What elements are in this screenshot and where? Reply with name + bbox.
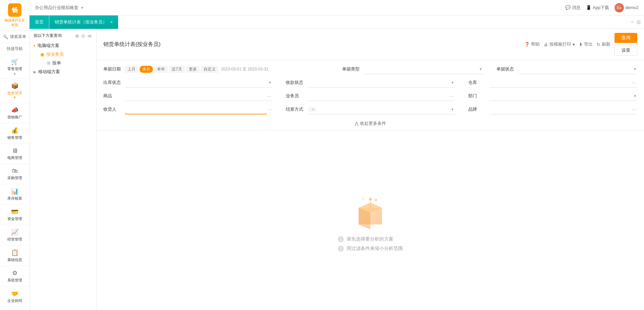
- refresh-btn[interactable]: ↻ 刷新: [597, 41, 610, 47]
- user-avatar-btn[interactable]: Ea demo2: [614, 3, 639, 12]
- payment-status-select[interactable]: ▾: [307, 78, 455, 88]
- sidebar-item-inventory[interactable]: 📊 库存核算: [0, 184, 29, 205]
- sidebar-item-retail[interactable]: 🛒 零售管理 ▲: [0, 55, 29, 79]
- marketing-icon: 📣: [11, 106, 18, 114]
- filter-warehouse: 仓库 ···: [468, 78, 637, 88]
- collapse-more-btn[interactable]: ⋀ 收起更多条件: [103, 118, 637, 129]
- wholesale-icon: 📦: [11, 82, 18, 90]
- filter-doc-status: 单据状态 ▾: [496, 64, 637, 74]
- salesperson-bullet-icon: ◉: [40, 52, 44, 57]
- settlement-tag-remove[interactable]: ×: [312, 107, 314, 111]
- brand-select[interactable]: ···: [490, 104, 637, 114]
- sidebar-item-ecommerce[interactable]: 🖥 电商管理: [0, 144, 29, 164]
- tab-home[interactable]: 首页: [30, 15, 49, 29]
- consignee-dots-icon[interactable]: ···: [268, 107, 272, 112]
- operations-icon: 📈: [11, 228, 18, 236]
- stock-status-select[interactable]: ▾: [125, 78, 272, 88]
- order-label: 按单: [52, 60, 61, 66]
- sidebar-item-finance[interactable]: 💳 资金管理: [0, 205, 29, 225]
- query-button[interactable]: 查询: [614, 33, 637, 43]
- salesperson-select[interactable]: ···: [307, 91, 455, 101]
- export-btn[interactable]: ⬇ 导出: [579, 41, 593, 47]
- help-btn[interactable]: ❓ 帮助: [524, 41, 540, 47]
- consignee-input[interactable]: [125, 104, 267, 114]
- search-icon: 🔍: [3, 35, 8, 39]
- settings-button[interactable]: 设置: [614, 45, 637, 56]
- sales-icon: 💰: [11, 127, 18, 134]
- retail-icon: 🛒: [11, 58, 18, 65]
- product-select[interactable]: ···: [125, 91, 272, 101]
- refresh-icon: ↻: [597, 42, 600, 47]
- warehouse-dots-icon[interactable]: ···: [632, 80, 636, 85]
- add-scheme-icon[interactable]: ⊕: [75, 33, 79, 39]
- tree-item-mobile[interactable]: ▶ 移动端方案: [30, 67, 96, 76]
- ecommerce-icon: 🖥: [12, 147, 18, 154]
- tree-sub-sub-item-by-order[interactable]: ⊞ 按单: [30, 59, 96, 67]
- maximize-icon[interactable]: ⊡: [637, 19, 641, 25]
- doc-status-dropdown-icon: ▾: [634, 67, 636, 71]
- print-dropdown-icon: ▾: [573, 42, 575, 47]
- top-bar-right: 💬 消息 📱 App下载 Ea demo2: [565, 3, 639, 12]
- date-chip-last-month[interactable]: 上月: [125, 66, 138, 73]
- date-chip-this-month[interactable]: 本月: [140, 66, 153, 73]
- date-chip-this-year[interactable]: 本年: [154, 66, 168, 73]
- svg-text:✦: ✦: [362, 197, 365, 201]
- order-icon: ⊞: [47, 61, 50, 65]
- salesperson-dots-icon[interactable]: ···: [449, 93, 453, 99]
- filter-row-1: 单据日期 上月 本月 本年 近7天 更多 自定义 2023-03-01 至 20…: [103, 64, 637, 74]
- print-icon: 🖨: [544, 42, 548, 47]
- filter-doc-type: 单据类型 ▾: [342, 64, 483, 74]
- wholesale-expand: ▼: [13, 96, 16, 99]
- breadcrumb-dropdown-icon[interactable]: ▾: [81, 5, 83, 10]
- mobile-label: 移动端方案: [38, 69, 60, 75]
- app-download-btn[interactable]: 📱 App下载: [586, 5, 609, 11]
- filter-consignee: 收货人 ···: [103, 104, 272, 114]
- help-icon: ❓: [524, 42, 530, 47]
- sidebar-item-marketing[interactable]: 📣 营销推广: [0, 103, 29, 123]
- search-menu[interactable]: 🔍 搜索菜单: [0, 31, 29, 43]
- svg-marker-6: [369, 197, 372, 200]
- sidebar-item-operations[interactable]: 📈 经营管理: [0, 225, 29, 246]
- salesperson-label: 按业务员: [46, 51, 64, 57]
- collapse-panel-icon[interactable]: ≪: [87, 33, 92, 39]
- retail-expand: ▲: [13, 71, 16, 75]
- sidebar-item-wholesale[interactable]: 📦 批发管理 ▼: [0, 79, 29, 103]
- query-settings-group: 查询 设置: [614, 33, 637, 56]
- tree-sub-item-by-salesperson[interactable]: ◉ 按业务员: [30, 50, 96, 59]
- svg-text:✦: ✦: [374, 197, 378, 203]
- date-chip-last7[interactable]: 近7天: [169, 66, 185, 73]
- tab-sales-report[interactable]: 销货单统计表（按业务员） ×: [49, 15, 118, 29]
- template-print-btn[interactable]: 🖨 按模板打印 ▾: [544, 41, 575, 47]
- tree-item-desktop[interactable]: ▾ 电脑端方案: [30, 41, 96, 50]
- shortcut-nav[interactable]: 快捷导航: [0, 43, 29, 55]
- sidebar-item-basic[interactable]: 📋 基础信息: [0, 246, 29, 266]
- settlement-dropdown-icon: ▾: [451, 107, 453, 112]
- sidebar-item-sales[interactable]: 💰 销售管理: [0, 123, 29, 144]
- tab-window-controls: − ⊡: [628, 19, 644, 25]
- message-btn[interactable]: 💬 消息: [565, 5, 581, 11]
- tab-close-icon[interactable]: ×: [110, 20, 113, 24]
- settings-scheme-icon[interactable]: ⊙: [81, 33, 85, 39]
- desktop-label: 电脑端方案: [38, 43, 59, 49]
- doc-type-select[interactable]: ▾: [364, 64, 483, 74]
- brand-dots-icon[interactable]: ···: [632, 107, 636, 112]
- date-chip-custom[interactable]: 自定义: [201, 66, 218, 73]
- settlement-select[interactable]: × ▾: [307, 104, 455, 114]
- finance-icon: 💳: [11, 208, 18, 215]
- minimize-icon[interactable]: −: [631, 19, 634, 25]
- page-title: 销货单统计表(按业务员): [103, 41, 161, 48]
- sidebar-item-system[interactable]: ⚙ 系统管理: [0, 266, 29, 287]
- content-area: 按以下方案查询 ⊕ ⊙ ≪ ▾ 电脑端方案 ◉ 按业务员 ⊞: [30, 29, 644, 310]
- sidebar-item-purchase[interactable]: 🛍 采购管理: [0, 164, 29, 184]
- date-chip-more[interactable]: 更多: [186, 66, 200, 73]
- product-dots-icon[interactable]: ···: [267, 93, 271, 99]
- sidebar-item-newbie[interactable]: 🎓 新手引导: [0, 307, 29, 310]
- doc-status-select[interactable]: ▾: [518, 64, 637, 74]
- sidebar: 畅 畅捷通好生意标版 🔍 搜索菜单 快捷导航 🛒 零售管理 ▲ 📦 批发管理 ▼…: [0, 0, 30, 310]
- warehouse-select[interactable]: ···: [490, 78, 637, 88]
- department-select[interactable]: ▾: [490, 91, 637, 101]
- stock-status-dropdown-icon: ▾: [269, 80, 271, 85]
- filter-date: 单据日期 上月 本月 本年 近7天 更多 自定义 2023-03-01 至 20…: [103, 66, 329, 73]
- filter-area: 单据日期 上月 本月 本年 近7天 更多 自定义 2023-03-01 至 20…: [97, 60, 644, 131]
- sidebar-item-enterprise[interactable]: 🤝 企业协同: [0, 287, 29, 307]
